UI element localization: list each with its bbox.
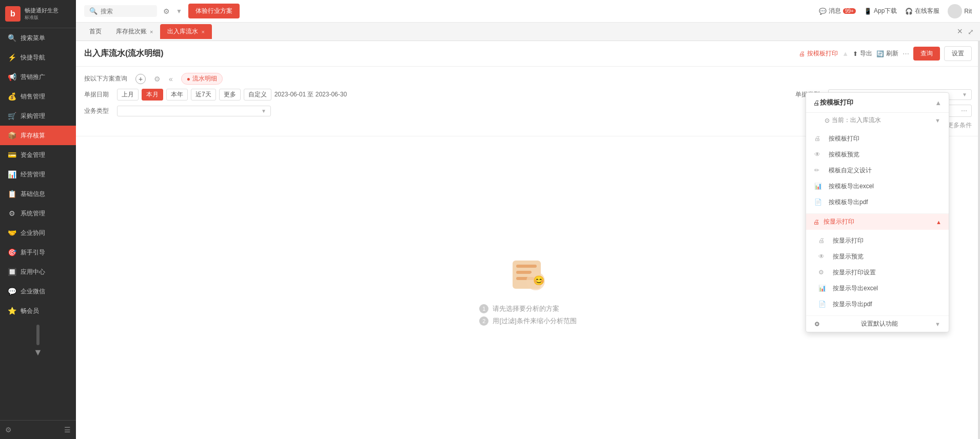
sidebar-item-label: 新手引导 xyxy=(21,248,45,257)
dropdown-item-export-pdf-template[interactable]: 📄 按模板导出pdf xyxy=(806,194,949,210)
online-service-btn[interactable]: 🎧 在线客服 xyxy=(905,7,939,15)
dropdown-item-preview-display[interactable]: 👁 按显示预览 xyxy=(806,249,949,265)
warehouse-more-icon[interactable]: ⋯ xyxy=(961,107,967,114)
sidebar-item-quick-nav[interactable]: ⚡ 快捷导航 xyxy=(0,48,76,67)
experience-btn[interactable]: 体验行业方案 xyxy=(188,4,240,18)
preview-template-icon: 👁 xyxy=(814,151,822,159)
sidebar-item-purchase[interactable]: 🛒 采购管理 xyxy=(0,106,76,126)
app-name: 畅捷通好生意 xyxy=(25,7,58,14)
maximize-window-btn[interactable]: ⤢ xyxy=(968,28,974,36)
print-template-btn[interactable]: 🖨 按模板打印 xyxy=(799,49,838,58)
export-btn[interactable]: ⬆ 导出 xyxy=(853,49,872,58)
sidebar-item-appstore[interactable]: 🔲 应用中心 xyxy=(0,262,76,282)
biz-select-arrow-icon: ▼ xyxy=(261,108,266,114)
sidebar-item-finance[interactable]: 💳 资金管理 xyxy=(0,145,76,165)
sidebar-item-inventory[interactable]: 📦 库存核算 xyxy=(0,126,76,145)
export-icon: ⬆ xyxy=(853,50,858,57)
dropdown-item-export-pdf-display[interactable]: 📄 按显示导出pdf xyxy=(806,296,949,312)
filter-tag: ● 流水明细 xyxy=(181,73,223,85)
filter-settings-icon[interactable]: ⚙ xyxy=(154,75,161,83)
gear-icon[interactable]: ⚙ xyxy=(163,7,170,15)
custom-template-icon: ✏ xyxy=(814,167,822,175)
settings-btn[interactable]: 设置 xyxy=(944,46,972,61)
tab-home[interactable]: 首页 xyxy=(82,24,109,39)
tab-close-inventory-batch[interactable]: × xyxy=(150,29,153,35)
user-profile[interactable]: Rit xyxy=(948,4,972,18)
current-expand-icon[interactable]: ▼ xyxy=(935,117,940,124)
display-group-label: 按显示打印 xyxy=(824,217,854,226)
svg-text:😊: 😊 xyxy=(533,275,545,286)
dropdown-arrow-icon[interactable]: ▼ xyxy=(176,8,182,15)
inventory-icon: 📦 xyxy=(7,131,16,140)
sidebar-item-search-menu[interactable]: 🔍 搜索菜单 xyxy=(0,28,76,48)
display-group-arrow-icon: ▲ xyxy=(936,219,942,225)
search-input[interactable] xyxy=(101,8,152,15)
empty-svg: 😊 xyxy=(505,250,551,296)
tab-close-stock-flow[interactable]: × xyxy=(201,29,204,35)
dropdown-item-print-display[interactable]: 🖨 按显示打印 xyxy=(806,233,949,249)
date-btn-custom[interactable]: 自定义 xyxy=(244,89,271,101)
dropdown-item-export-excel-display[interactable]: 📊 按显示导出excel xyxy=(806,281,949,296)
business-type-select[interactable]: ▼ xyxy=(117,106,271,116)
current-label-icon: ⊙ xyxy=(825,117,830,124)
sidebar-item-label: 库存核算 xyxy=(21,131,45,140)
sidebar-item-label: 营销推广 xyxy=(21,73,45,82)
sidebar-scrollbar-thumb[interactable] xyxy=(36,325,40,345)
sidebar-item-wechat[interactable]: 💬 企业微信 xyxy=(0,282,76,301)
close-window-btn[interactable]: × xyxy=(957,26,963,37)
date-btn-7days[interactable]: 近7天 xyxy=(191,89,216,101)
dropdown-item-export-excel-template[interactable]: 📊 按模板导出excel xyxy=(806,178,949,194)
print-settings-display-icon: ⚙ xyxy=(818,269,827,277)
sidebar-scroll-down-arrow[interactable]: ▼ xyxy=(0,347,76,358)
tab-stock-flow[interactable]: 出入库流水 × xyxy=(160,24,211,39)
sidebar-item-sales[interactable]: 💰 销售管理 xyxy=(0,87,76,106)
dropdown-header-close-icon[interactable]: ▲ xyxy=(935,99,942,107)
resize-handle[interactable] xyxy=(978,41,980,439)
current-label: 当前：出入库流水 xyxy=(832,116,881,125)
dropdown-item-print-template[interactable]: 🖨 按模板打印 xyxy=(806,131,949,147)
printer-icon: 🖨 xyxy=(799,50,805,57)
sidebar-item-guide[interactable]: 🎯 新手引导 xyxy=(0,243,76,262)
appstore-icon: 🔲 xyxy=(7,267,16,276)
sidebar-item-label: 搜索菜单 xyxy=(21,34,45,43)
filter-add-btn[interactable]: + xyxy=(135,74,146,84)
filter-collapse-icon[interactable]: « xyxy=(169,75,173,83)
refresh-btn[interactable]: 🔄 刷新 xyxy=(876,49,898,58)
settings-icon[interactable]: ⚙ xyxy=(5,426,12,434)
sidebar-item-operation[interactable]: 📊 经营管理 xyxy=(0,165,76,184)
page-area: 出入库流水(流水明细) 🖨 按模板打印 ▲ ⬆ 导出 🔄 刷新 xyxy=(76,41,980,439)
sidebar-item-label: 采购管理 xyxy=(21,112,45,121)
print-template-icon: 🖨 xyxy=(814,135,822,143)
dropdown-footer[interactable]: ⚙ 设置默认功能 ▼ xyxy=(806,316,949,332)
sidebar-item-system[interactable]: ⚙ 系统管理 xyxy=(0,204,76,223)
dropdown-item-custom-template[interactable]: ✏ 模板自定义设计 xyxy=(806,163,949,178)
query-btn[interactable]: 查询 xyxy=(913,47,940,61)
sidebar-item-label: 畅会员 xyxy=(21,307,39,315)
sidebar-item-collab[interactable]: 🤝 企业协同 xyxy=(0,223,76,243)
header-search[interactable]: 🔍 xyxy=(84,5,157,17)
sidebar-item-label: 企业协同 xyxy=(21,229,45,237)
messages-badge: 99+ xyxy=(843,8,856,14)
dropdown-display-group-header[interactable]: 🖨 按显示打印 ▲ xyxy=(806,214,949,230)
sidebar-item-marketing[interactable]: 📢 营销推广 xyxy=(0,67,76,87)
business-type-label: 业务类型 xyxy=(84,107,109,115)
headset-icon: 🎧 xyxy=(905,8,913,15)
messages-btn[interactable]: 💬 消息 99+ xyxy=(819,7,856,15)
date-btn-this-month[interactable]: 本月 xyxy=(142,89,163,101)
date-btn-more[interactable]: 更多 xyxy=(219,89,241,101)
tab-inventory-batch[interactable]: 库存批次账 × xyxy=(109,24,160,39)
operation-icon: 📊 xyxy=(7,170,16,179)
app-download-btn[interactable]: 📱 App下载 xyxy=(864,7,897,15)
preview-display-icon: 👁 xyxy=(818,253,827,261)
date-btn-last-month[interactable]: 上月 xyxy=(117,89,139,101)
dropdown-item-print-settings-display[interactable]: ⚙ 按显示打印设置 xyxy=(806,265,949,281)
sidebar-item-member[interactable]: ⭐ 畅会员 xyxy=(0,301,76,321)
more-actions-icon[interactable]: ⋯ xyxy=(903,50,909,57)
export-excel-template-icon: 📊 xyxy=(814,183,822,191)
date-btn-this-year[interactable]: 本年 xyxy=(166,89,188,101)
search-icon: 🔍 xyxy=(89,7,97,15)
message-icon: 💬 xyxy=(819,8,827,15)
menu-toggle-icon[interactable]: ☰ xyxy=(64,426,71,434)
sidebar-item-basic[interactable]: 📋 基础信息 xyxy=(0,184,76,204)
dropdown-item-preview-template[interactable]: 👁 按模板预览 xyxy=(806,147,949,163)
